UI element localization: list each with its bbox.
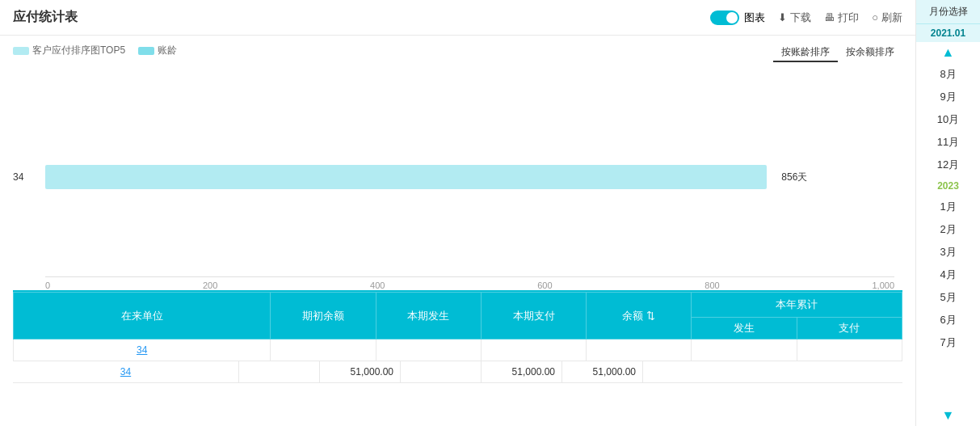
x-label-600: 600 xyxy=(537,280,552,290)
td-opening-balance xyxy=(239,361,320,382)
refresh-label: 刷新 xyxy=(881,11,902,25)
refresh-icon: ○ xyxy=(872,11,878,23)
x-label-400: 400 xyxy=(370,280,385,290)
sidebar-up-button[interactable]: ▲ xyxy=(916,42,980,63)
legend-color-2 xyxy=(138,47,154,55)
td-ytd-occurred: 51,000.00 xyxy=(562,361,643,382)
x-label-200: 200 xyxy=(203,280,217,290)
bar-track: 856天 xyxy=(45,165,894,189)
print-button[interactable]: 🖶 打印 xyxy=(824,11,859,25)
sidebar-down-button[interactable]: ▼ xyxy=(916,405,980,426)
sidebar-month-item[interactable]: 4月 xyxy=(916,264,980,286)
td-unit[interactable]: 34 xyxy=(13,361,239,382)
legend-item-2: 账龄 xyxy=(138,44,177,57)
chart-toggle-label: 图表 xyxy=(744,11,765,25)
sidebar-month-item[interactable]: 9月 xyxy=(916,86,980,108)
data-table: 在来单位期初余额本期发生本期支付余额 ⇅本年累计发生支付3451,000.005… xyxy=(13,290,902,383)
sidebar-month-item[interactable]: 10月 xyxy=(916,108,980,131)
sort-tabs: 按账龄排序 按余额排序 xyxy=(773,44,902,62)
bar-chart: 34 856天 0 200 400 600 800 1,000 xyxy=(13,64,902,290)
sidebar-month-item[interactable]: 7月 xyxy=(916,331,980,354)
sidebar: 月份选择 2021.01 ▲ 8月9月10月11月12月20231月2月3月4月… xyxy=(915,0,980,426)
print-label: 打印 xyxy=(838,11,859,25)
td-ytd-paid xyxy=(643,361,724,382)
sidebar-month-item[interactable]: 3月 xyxy=(916,241,980,264)
td-current-occurred: 51,000.00 xyxy=(320,361,401,382)
sort-tab-age[interactable]: 按账龄排序 xyxy=(773,44,838,62)
x-label-0: 0 xyxy=(45,280,50,290)
table-header: 在来单位期初余额本期发生本期支付余额 ⇅本年累计发生支付3451,000.005… xyxy=(13,292,902,361)
sidebar-month-item[interactable]: 11月 xyxy=(916,131,980,154)
sidebar-header: 月份选择 xyxy=(916,0,980,24)
chart-toggle[interactable] xyxy=(710,11,739,25)
legend-color-1 xyxy=(13,47,29,55)
sidebar-month-item[interactable]: 12月 xyxy=(916,154,980,176)
header-actions: 图表 ⬇ 下载 🖶 打印 ○ 刷新 xyxy=(710,11,902,25)
chart-toggle-wrap[interactable]: 图表 xyxy=(710,11,765,25)
sidebar-months: 8月9月10月11月12月20231月2月3月4月5月6月7月 xyxy=(916,63,980,405)
sidebar-month-item[interactable]: 1月 xyxy=(916,196,980,218)
bar-end-label: 856天 xyxy=(781,171,807,184)
sidebar-current-date: 2021.01 xyxy=(916,24,980,42)
x-label-1000: 1,000 xyxy=(872,280,894,290)
chart-legend: 客户应付排序图TOP5 账龄 xyxy=(13,44,902,57)
print-icon: 🖶 xyxy=(824,11,835,23)
table-row: 34 51,000.00 51,000.00 51,000.00 xyxy=(13,361,902,383)
download-icon: ⬇ xyxy=(778,11,787,23)
x-label-800: 800 xyxy=(705,280,719,290)
sidebar-month-item[interactable]: 6月 xyxy=(916,309,980,331)
legend-label-1: 客户应付排序图TOP5 xyxy=(32,44,125,57)
td-balance: 51,000.00 xyxy=(482,361,562,382)
sidebar-month-item[interactable]: 2月 xyxy=(916,218,980,241)
chart-area: 客户应付排序图TOP5 账龄 按账龄排序 按余额排序 34 856天 xyxy=(0,36,915,426)
sidebar-month-item[interactable]: 2023 xyxy=(916,176,980,196)
legend-label-2: 账龄 xyxy=(158,44,177,57)
sidebar-month-item[interactable]: 8月 xyxy=(916,63,980,86)
bar-row-label: 34 xyxy=(13,171,23,183)
sort-tab-balance[interactable]: 按余额排序 xyxy=(838,44,902,62)
sidebar-month-item[interactable]: 5月 xyxy=(916,286,980,309)
bar-fill: 856天 xyxy=(45,165,767,189)
refresh-button[interactable]: ○ 刷新 xyxy=(872,11,902,25)
x-axis: 0 200 400 600 800 1,000 xyxy=(45,276,894,290)
download-label: 下载 xyxy=(790,11,811,25)
td-current-paid xyxy=(401,361,482,382)
download-button[interactable]: ⬇ 下载 xyxy=(778,11,811,25)
page-title: 应付统计表 xyxy=(13,9,78,26)
legend-item-1: 客户应付排序图TOP5 xyxy=(13,44,125,57)
